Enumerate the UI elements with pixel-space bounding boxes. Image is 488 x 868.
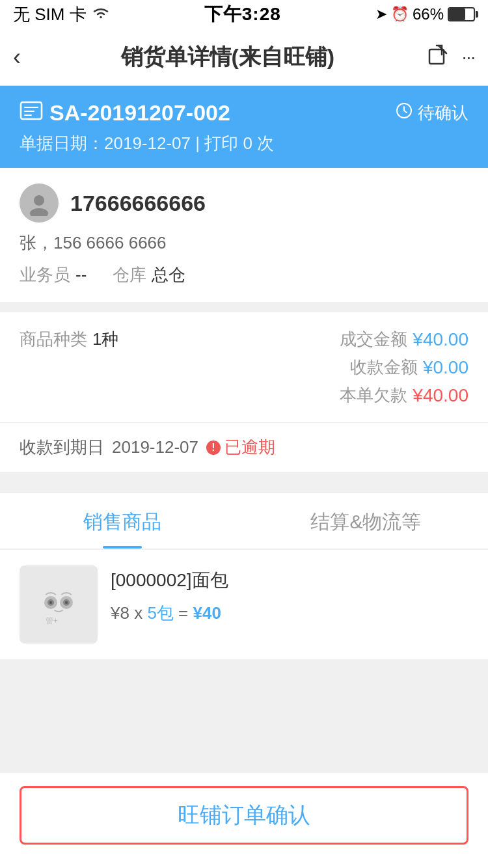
product-details: [0000002]面包 ¥8 x 5包 = ¥40 bbox=[111, 565, 468, 625]
product-types-value: 1种 bbox=[92, 328, 118, 351]
carrier-text: 无 SIM 卡 bbox=[13, 3, 87, 26]
deal-amount-line: 成交金额 ¥40.00 bbox=[340, 328, 468, 351]
overdue-icon: ! bbox=[206, 441, 221, 455]
product-name: [0000002]面包 bbox=[111, 568, 468, 593]
salesperson-info: 业务员 -- bbox=[20, 264, 87, 286]
owed-line: 本单欠款 ¥40.00 bbox=[340, 384, 468, 407]
product-qty: 5包 bbox=[147, 603, 173, 623]
order-date: 单据日期：2019-12-07 | 打印 0 次 bbox=[20, 132, 468, 155]
received-label: 收款金额 bbox=[350, 356, 418, 379]
status-icons: ➤ ⏰ 66% bbox=[375, 5, 475, 23]
due-date-section: 收款到期日 2019-12-07 ! 已逾期 bbox=[0, 422, 488, 472]
customer-avatar bbox=[20, 183, 59, 223]
svg-point-9 bbox=[49, 601, 52, 604]
bottom-space bbox=[0, 659, 488, 789]
customer-info-row: 业务员 -- 仓库 总仓 bbox=[20, 264, 468, 286]
product-item: 管+ [0000002]面包 ¥8 x 5包 = ¥40 bbox=[20, 565, 468, 644]
nav-bar: ‹ 销货单详情(来自旺铺) ··· bbox=[0, 29, 488, 86]
battery-percent: 66% bbox=[413, 5, 444, 23]
location-icon: ➤ bbox=[375, 6, 387, 23]
customer-name: 张，156 6666 6666 bbox=[20, 232, 468, 254]
owed-value: ¥40.00 bbox=[413, 385, 468, 406]
received-line: 收款金额 ¥0.00 bbox=[350, 356, 468, 379]
salesperson-label: 业务员 bbox=[20, 264, 70, 286]
nav-actions: ··· bbox=[428, 44, 475, 70]
wifi-icon bbox=[92, 5, 110, 25]
divider-2 bbox=[0, 472, 488, 482]
status-time: 下午3:28 bbox=[204, 2, 281, 27]
received-value: ¥0.00 bbox=[423, 357, 468, 378]
status-bar: 无 SIM 卡 下午3:28 ➤ ⏰ 66% bbox=[0, 0, 488, 29]
product-types-label: 商品种类 bbox=[20, 328, 87, 351]
confirm-button[interactable]: 旺铺订单确认 bbox=[20, 786, 468, 845]
product-types: 商品种类 1种 bbox=[20, 328, 118, 351]
svg-text:管+: 管+ bbox=[46, 616, 58, 625]
battery-icon bbox=[448, 7, 475, 21]
product-thumbnail: 管+ bbox=[20, 565, 98, 644]
product-section: 管+ [0000002]面包 ¥8 x 5包 = ¥40 bbox=[0, 550, 488, 659]
clock-icon bbox=[396, 102, 413, 124]
share-icon[interactable] bbox=[428, 44, 449, 70]
order-header: SA-20191207-002 待确认 单据日期：2019-12-07 | 打印… bbox=[0, 86, 488, 168]
confirm-button-wrap: 旺铺订单确认 bbox=[0, 773, 488, 868]
due-label: 收款到期日 bbox=[20, 436, 104, 459]
product-total: ¥40 bbox=[193, 603, 221, 623]
divider-1 bbox=[0, 302, 488, 312]
svg-point-4 bbox=[30, 208, 48, 216]
deal-amount-value: ¥40.00 bbox=[413, 329, 468, 350]
overdue-text: 已逾期 bbox=[224, 436, 275, 459]
order-status: 待确认 bbox=[396, 102, 468, 124]
overdue-badge: ! 已逾期 bbox=[206, 436, 275, 459]
price-prefix: ¥8 x bbox=[111, 603, 147, 623]
page-title: 销货单详情(来自旺铺) bbox=[27, 42, 428, 72]
status-text: 待确认 bbox=[418, 102, 468, 124]
alarm-icon: ⏰ bbox=[391, 6, 409, 23]
warehouse-value: 总仓 bbox=[152, 264, 185, 286]
deal-amount-label: 成交金额 bbox=[340, 328, 407, 351]
due-date-value: 2019-12-07 bbox=[112, 437, 198, 457]
product-price-row: ¥8 x 5包 = ¥40 bbox=[111, 602, 468, 625]
warehouse-label: 仓库 bbox=[113, 264, 146, 286]
order-id: SA-20191207-002 bbox=[20, 100, 230, 126]
carrier-info: 无 SIM 卡 bbox=[13, 3, 110, 26]
warehouse-info: 仓库 总仓 bbox=[113, 264, 185, 286]
tab-sales-products[interactable]: 销售商品 bbox=[0, 493, 244, 549]
amount-summary: 成交金额 ¥40.00 收款金额 ¥0.00 本单欠款 ¥40.00 bbox=[340, 328, 468, 407]
customer-section: 17666666666 张，156 6666 6666 业务员 -- 仓库 总仓 bbox=[0, 168, 488, 302]
summary-section: 商品种类 1种 成交金额 ¥40.00 收款金额 ¥0.00 本单欠款 ¥40.… bbox=[0, 312, 488, 422]
salesperson-value: -- bbox=[75, 265, 87, 285]
customer-phone: 17666666666 bbox=[70, 191, 206, 216]
tab-settlement[interactable]: 结算&物流等 bbox=[244, 493, 488, 549]
svg-point-10 bbox=[65, 601, 68, 604]
tabs-section: 销售商品 结算&物流等 bbox=[0, 493, 488, 549]
price-eq: = bbox=[174, 603, 193, 623]
svg-point-3 bbox=[34, 195, 44, 206]
owed-label: 本单欠款 bbox=[340, 384, 407, 407]
order-id-text: SA-20191207-002 bbox=[49, 100, 230, 126]
back-button[interactable]: ‹ bbox=[7, 37, 27, 77]
order-icon bbox=[20, 100, 43, 126]
more-icon[interactable]: ··· bbox=[462, 47, 475, 68]
